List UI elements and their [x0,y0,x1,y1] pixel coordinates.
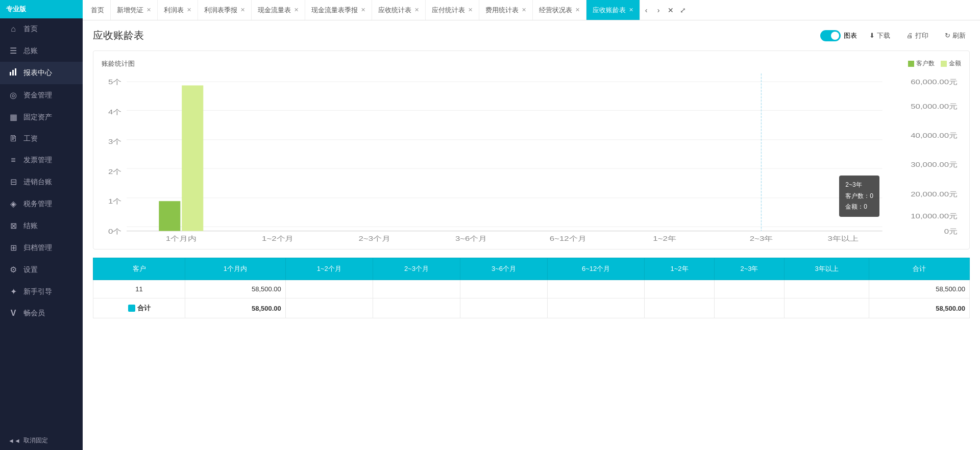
sidebar-item-invoice[interactable]: ≡ 发票管理 [0,149,83,171]
chart-svg: 5个 4个 3个 2个 1个 0个 60,000.00元 50,000.00元 … [102,73,961,242]
tab-biz-status-label: 经营状况表 [539,6,572,15]
legend-amount: 金额 [941,59,961,68]
sidebar-item-fund-mgmt[interactable]: ◎ 资金管理 [0,84,83,106]
total-3-6m [460,298,547,318]
sidebar-item-label: 首页 [23,24,38,34]
guide-icon: ✦ [8,287,18,296]
total-1-2m [285,298,373,318]
tab-receivable-stats-label: 应收统计表 [378,6,411,15]
tab-aging-close[interactable]: ✕ [629,7,633,13]
svg-text:4个: 4个 [108,108,121,116]
pin-icon: ◄◄ [8,437,20,444]
total-icon [128,305,135,312]
cell-total: 58,500.00 [869,280,970,298]
svg-text:2~3个月: 2~3个月 [358,235,390,242]
tab-scroll-left[interactable]: ‹ [640,0,652,20]
tab-aging-label: 应收账龄表 [593,6,626,15]
refresh-label: 刷新 [952,31,966,40]
tab-profit-quarterly[interactable]: 利润表季报 ✕ [198,0,252,20]
sidebar-item-sales-ledger[interactable]: ⊟ 进销台账 [0,171,83,193]
cell-1-2y [645,280,715,298]
tab-cashflow-quarterly-label: 现金流量表季报 [311,6,358,15]
sidebar-item-payroll[interactable]: 🖹 工资 [0,128,83,149]
total-label-cell: 合计 [93,298,185,318]
cell-6-12m [548,280,645,298]
tab-cashflow[interactable]: 现金流量表 ✕ [252,0,305,20]
tab-home-label: 首页 [91,6,104,15]
sidebar-item-settings[interactable]: ⚙ 设置 [0,259,83,281]
cell-2-3m [373,280,460,298]
tab-payable-stats[interactable]: 应付统计表 ✕ [426,0,479,20]
tab-expense-stats[interactable]: 费用统计表 ✕ [479,0,533,20]
tab-payable-stats-close[interactable]: ✕ [468,7,473,13]
sidebar-item-guide[interactable]: ✦ 新手引导 [0,281,83,303]
tab-profit-quarterly-label: 利润表季报 [204,6,237,15]
page-title: 应收账龄表 [93,29,144,42]
cell-1-2m [285,280,373,298]
toggle-label: 图表 [844,31,857,40]
sidebar-item-report-center[interactable]: 报表中心 [0,62,83,84]
sidebar-item-close-account[interactable]: ⊠ 结账 [0,215,83,237]
tab-cashflow-close[interactable]: ✕ [294,7,299,13]
toggle-control[interactable] [820,30,841,41]
print-button[interactable]: 🖨 打印 [902,29,933,42]
print-icon: 🖨 [906,32,913,39]
tab-aging[interactable]: 应收账龄表 ✕ [586,0,640,20]
tab-expense-stats-close[interactable]: ✕ [522,7,526,13]
svg-text:1~2个月: 1~2个月 [262,235,293,242]
chart-container: 5个 4个 3个 2个 1个 0个 60,000.00元 50,000.00元 … [102,73,961,242]
sidebar-item-label: 报表中心 [23,68,52,78]
tab-home[interactable]: 首页 [85,0,111,20]
tab-new-voucher-close[interactable]: ✕ [146,7,151,13]
tab-biz-status-close[interactable]: ✕ [575,7,580,13]
main-area: 首页 新增凭证 ✕ 利润表 ✕ 利润表季报 ✕ 现金流量表 ✕ 现金流量表季报 … [83,0,980,450]
sidebar-item-label: 畅会员 [23,309,45,318]
total-6-12m [548,298,645,318]
refresh-icon: ↻ [945,32,950,39]
col-header-2-3y: 2~3年 [715,258,785,280]
refresh-button[interactable]: ↻ 刷新 [941,29,970,42]
tab-cashflow-quarterly-close[interactable]: ✕ [361,7,365,13]
sidebar-item-label: 归档管理 [23,243,52,253]
tab-profit-close[interactable]: ✕ [187,7,191,13]
col-header-1-2y: 1~2年 [645,258,715,280]
sidebar: 专业版 ⌂ 首页 ☰ 总账 报表中心 ◎ 资金管理 ▦ 固定资产 🖹 工资 ≡ … [0,0,83,450]
sidebar-item-ledger[interactable]: ☰ 总账 [0,40,83,62]
invoice-icon: ≡ [8,156,18,165]
svg-text:1~2年: 1~2年 [653,235,676,242]
sidebar-item-label: 结账 [23,221,38,231]
sidebar-item-archive[interactable]: ⊞ 归档管理 [0,237,83,259]
tab-profit-quarterly-close[interactable]: ✕ [240,7,245,13]
tab-receivable-stats[interactable]: 应收统计表 ✕ [372,0,426,20]
tab-receivable-stats-close[interactable]: ✕ [414,7,419,13]
tab-maximize[interactable]: ⤢ [677,0,689,20]
svg-text:20,000.00元: 20,000.00元 [911,190,958,198]
sidebar-item-tax[interactable]: ◈ 税务管理 [0,193,83,215]
svg-text:6~12个月: 6~12个月 [550,235,586,242]
header-actions: 图表 ⬇ 下载 🖨 打印 ↻ 刷新 [820,29,970,42]
chart-toggle[interactable]: 图表 [820,30,857,41]
svg-text:40,000.00元: 40,000.00元 [911,132,958,139]
sidebar-item-vip[interactable]: V 畅会员 [0,303,83,324]
svg-text:10,000.00元: 10,000.00元 [911,212,958,220]
report-icon [8,68,18,78]
tab-cashflow-quarterly[interactable]: 现金流量表季报 ✕ [305,0,372,20]
download-button[interactable]: ⬇ 下载 [865,29,894,42]
tab-scroll-right[interactable]: › [652,0,665,20]
tab-biz-status[interactable]: 经营状况表 ✕ [533,0,586,20]
sidebar-item-fixed-assets[interactable]: ▦ 固定资产 [0,106,83,128]
tab-profit[interactable]: 利润表 ✕ [158,0,198,20]
sidebar-pin-toggle[interactable]: ◄◄ 取消固定 [0,431,83,450]
total-label: 合计 [97,304,181,313]
tab-profit-label: 利润表 [164,6,184,15]
tax-icon: ◈ [8,199,18,209]
tab-close-all[interactable]: ✕ [665,0,677,20]
svg-text:0元: 0元 [944,228,958,235]
data-table: 客户 1个月内 1~2个月 2~3个月 3~6个月 6~12个月 1~2年 2~… [93,258,970,318]
sidebar-item-home[interactable]: ⌂ 首页 [0,18,83,40]
tab-new-voucher[interactable]: 新增凭证 ✕ [111,0,158,20]
page-content: 应收账龄表 图表 ⬇ 下载 🖨 打印 ↻ 刷新 [83,20,980,450]
tab-cashflow-label: 现金流量表 [258,6,291,15]
download-icon: ⬇ [869,32,875,39]
vip-icon: V [8,309,18,318]
